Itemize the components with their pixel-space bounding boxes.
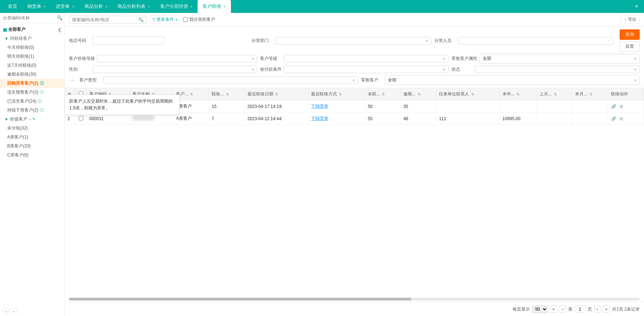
sidebar-item-c-class[interactable]: C类客户(6) (0, 151, 64, 160)
row1-link-icon[interactable]: 🔗 (611, 104, 616, 109)
filter-row-2: 客户价格等级 ∨ 客户等级 ∨ 零散客户属性 全部 (69, 54, 640, 63)
row1-grid-icon[interactable]: ⊞ (620, 104, 623, 109)
row2-last-type[interactable]: 下销货单 (308, 113, 365, 125)
declining-info-icon: ⓘ (40, 108, 44, 113)
dept-field: 分管部门 ∨ (251, 37, 431, 44)
nav-customer-layered[interactable]: 客户分层经营 × (155, 0, 198, 13)
nav-customer-contact[interactable]: 客户联络 × (198, 0, 231, 13)
sidebar-search-icon: 🔍 (57, 15, 62, 20)
horizontal-scrollbar[interactable] (69, 298, 640, 301)
row2-grid-icon[interactable]: ⊞ (620, 116, 623, 121)
manager-dots-icon: ··· (608, 39, 611, 43)
last-page-btn[interactable]: » (603, 306, 610, 313)
table-area: ⚙ 客户编码 ⇅ 客户名称 ⇅ (65, 88, 644, 296)
row2-name-blurred (133, 115, 154, 121)
more-conditions-btn[interactable]: ▽ 更多条件 ∧ (150, 15, 180, 24)
close-purchase-tab[interactable]: × (72, 4, 74, 9)
retail-attr-select[interactable]: 全部 ∨ (479, 54, 640, 63)
row1-unlocked: 50 (365, 100, 400, 113)
row1-last-type[interactable]: 下销货单 (308, 100, 365, 113)
row2-check[interactable] (79, 116, 83, 121)
customer-type-select[interactable]: ∨ (103, 76, 358, 84)
last-type-sort-icon: ⇅ (339, 92, 342, 96)
sidebar-item-tomorrow[interactable]: 明天待联络(1) (0, 52, 64, 61)
col-last-month-header[interactable]: 上月... ⇅ (537, 88, 572, 100)
row1-last-month (537, 100, 572, 113)
value-section[interactable]: ▼ 价值客户 ○ ✎ (0, 115, 64, 124)
row2-contact-person: 111 (436, 113, 499, 125)
nav-sales[interactable]: 销货单 × (22, 0, 51, 13)
pagination-bar: 每页显示 50 « ‹ 第 页 › » 共1页 2条记录 (65, 302, 644, 316)
retail-attr-chevron-icon: ∨ (634, 57, 636, 61)
nav-purchase[interactable]: 进货单 × (51, 0, 79, 13)
close-sales-tab[interactable]: × (43, 4, 46, 9)
pending-section[interactable]: ▼ 待联络客户 (0, 34, 64, 43)
toolbar-search-input[interactable] (72, 17, 137, 22)
page-size-select[interactable]: 50 (532, 305, 548, 313)
dept-select[interactable]: ∨ (275, 37, 431, 44)
sidebar-tree: ▦ 全部客户 ❮ ▼ 待联络客户 今天待联络(0) 明天待联络(1) 近7天待联… (0, 23, 64, 307)
sidebar-item-a-class[interactable]: A类客户(1) (0, 133, 64, 142)
sidebar-item-ungrouped[interactable]: 未分组(32) (0, 124, 64, 133)
value-edit-icons[interactable]: ○ ✎ (29, 117, 36, 122)
col-unlocked-header[interactable]: 未联... ⇅ (365, 88, 400, 100)
this-month-sort-icon: ⇅ (589, 92, 592, 96)
last-month-sort-icon: ⇅ (554, 92, 557, 96)
manager-select[interactable]: ··· (458, 37, 614, 44)
row2-last-date: 2023-04-12 14:44: (244, 113, 308, 125)
gender-field: 性别 ∨ (69, 66, 257, 73)
col-contact-person-header[interactable]: 往来单位联系人 ⇅ (436, 88, 499, 100)
nav-product-analysis-list[interactable]: 商品分析列表 × (112, 0, 155, 13)
gender-chevron-icon: ∨ (251, 67, 254, 71)
sidebar-item-7days[interactable]: 近7天待联络(0) (0, 61, 64, 70)
price-level-select[interactable]: ∨ (97, 55, 257, 62)
settings-button[interactable]: 设置 (620, 41, 640, 52)
my-customer-checkbox[interactable]: 我分管的客户 (183, 16, 215, 23)
nav-home[interactable]: 首页 (3, 0, 22, 13)
query-button[interactable]: 查询 (620, 29, 640, 40)
retail-customer-select[interactable]: 全部 ∨ (385, 75, 640, 85)
row2-link-icon[interactable]: 🔗 (611, 116, 616, 121)
col-this-month-header[interactable]: 本月... ⇅ (572, 88, 608, 100)
page-number-input[interactable] (575, 306, 585, 313)
sidebar-item-overdue[interactable]: 逾期未联络(30) (0, 70, 64, 79)
sidebar-collapse-icon[interactable]: ❮ (58, 27, 61, 32)
col-this-year-header[interactable]: 本年... ⇅ (499, 88, 536, 100)
grid-icon: ▦ (3, 27, 7, 32)
prev-page-btn[interactable]: ‹ (560, 306, 566, 313)
close-customer-contact-tab[interactable]: × (223, 4, 226, 9)
filter-dots[interactable]: ··· (69, 77, 77, 84)
row1-this-year (499, 100, 536, 113)
status-select[interactable]: ∨ (475, 66, 640, 73)
sidebar-next-arrow[interactable]: › (10, 308, 17, 315)
chevron-up-icon: ∧ (175, 18, 178, 22)
gender-select[interactable]: ∨ (93, 66, 257, 73)
payment-select[interactable]: ∨ (284, 66, 448, 73)
close-product-analysis-tab[interactable]: × (105, 4, 107, 9)
col-overdue-header[interactable]: 逾期... ⇅ (400, 88, 436, 100)
nav-product-analysis[interactable]: 商品分析 × (79, 0, 112, 13)
sidebar-prev-arrow[interactable]: ‹ (3, 308, 9, 315)
next-page-btn[interactable]: › (594, 306, 601, 313)
sidebar-item-lost[interactable]: 已流失客户(24) ⓘ (0, 97, 64, 106)
sidebar-item-declining[interactable]: 持续下滑客户(2) ⓘ (0, 106, 64, 115)
close-customer-layered-tab[interactable]: × (190, 4, 193, 9)
last-date-sort-icon: ⇅ (275, 92, 278, 96)
horizontal-scrollbar-area (65, 296, 644, 302)
sidebar-item-b-class[interactable]: B类客户(33) (0, 142, 64, 151)
first-page-btn[interactable]: « (550, 306, 557, 313)
col-last-contact-date-header[interactable]: 最后联络日期 ⇅ (244, 88, 308, 100)
col-contact-count-header[interactable]: 联络... ⇅ (209, 88, 244, 100)
col-last-contact-type-header[interactable]: 最后联络方式 ⇅ (308, 88, 365, 100)
close-product-list-tab[interactable]: × (148, 4, 150, 9)
export-button[interactable]: ↑ 导出 (621, 15, 640, 24)
sidebar-item-today[interactable]: 今天待联络(0) (0, 43, 64, 52)
sidebar-item-loss-warning[interactable]: 流失预警客户(3) ⓘ (0, 88, 64, 97)
filter-row-4: ··· 客户类型 ∨ 零散客户 全部 ∨ (69, 75, 640, 85)
sidebar-item-repurchase-abnormal[interactable]: 回购异常客户(2) ⓘ (0, 79, 64, 88)
my-customer-check[interactable] (183, 17, 188, 22)
phone-input[interactable] (93, 36, 165, 45)
sidebar-search-input[interactable] (3, 15, 57, 20)
customer-level-select[interactable]: ∨ (284, 55, 448, 62)
window-close-button[interactable]: × (632, 2, 641, 11)
